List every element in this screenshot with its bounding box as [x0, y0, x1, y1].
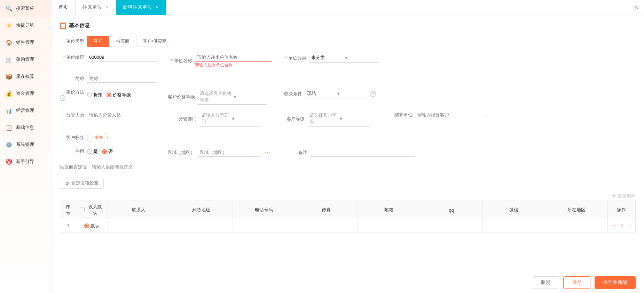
- sidebar-scroll: 🔍 搜索菜单 ⚡ 快捷导航 🏠 销售管理 🛒 采购管理 📦 库存核算 💰 资金管…: [0, 0, 51, 293]
- fax-input[interactable]: [299, 223, 354, 228]
- price-level-select[interactable]: 请选择客户价格等级 ▼: [198, 89, 267, 105]
- radio-discount[interactable]: 折扣: [87, 92, 102, 98]
- payment-terms-label: 收款条件: [278, 91, 302, 97]
- phone-input[interactable]: [236, 223, 292, 228]
- tab-new-partner[interactable]: 新增往来单位 ✕: [116, 0, 166, 15]
- save-new-button[interactable]: 保存并新增: [595, 276, 636, 289]
- disable-group: 停用 是 否: [60, 148, 157, 155]
- tab-home[interactable]: 首页: [52, 0, 76, 15]
- abbr-input[interactable]: [87, 74, 157, 83]
- cell-contact[interactable]: [108, 219, 170, 233]
- select-all-checkbox[interactable]: [80, 207, 85, 212]
- btn-type-both[interactable]: 客户/供应商: [136, 36, 173, 47]
- unit-type-btn-group: 客户 供应商 客户/供应商: [87, 36, 173, 47]
- address-input[interactable]: [174, 223, 229, 228]
- tab-partners[interactable]: 往来单位 ✕: [76, 0, 116, 15]
- radio-yes[interactable]: 是: [87, 148, 98, 155]
- manager-row: 分管人员 ··· 分管部门 请输入分管部门 ▼ 客户等级 请选择客户等级 ▼ 结…: [60, 111, 636, 127]
- radio-price-level[interactable]: 价格等级: [107, 92, 131, 98]
- th-contact: 联系人: [108, 201, 170, 219]
- settle-unit-input[interactable]: [415, 111, 478, 119]
- basic-info-row: * 单位编码 * 单位名称 请输入往来单位名称 * 单位分类: [60, 53, 636, 68]
- sidebar-item-finance[interactable]: 💰 资金管理: [0, 85, 51, 102]
- th-email: 邮箱: [358, 201, 420, 219]
- sidebar-label-sales-mgmt: 销售管理: [16, 39, 34, 46]
- cell-region[interactable]: [545, 219, 608, 233]
- manager-dots-btn[interactable]: ···: [152, 112, 162, 118]
- radio-discount-circle: [87, 92, 92, 97]
- sidebar-item-newbie[interactable]: 🎯 新手引导: [0, 153, 51, 170]
- payment-help-icon[interactable]: ?: [370, 91, 376, 97]
- wechat-input[interactable]: [486, 223, 542, 228]
- sidebar-item-sales-mgmt[interactable]: 🏠 销售管理: [0, 34, 51, 51]
- supplier-custom-label: 供应商自定义: [60, 164, 87, 170]
- cell-fax[interactable]: [295, 219, 358, 233]
- dept-select[interactable]: 请输入分管部门 ▼: [199, 111, 262, 127]
- payment-terms-select[interactable]: 现结 ▼: [305, 89, 368, 98]
- window-close-button[interactable]: ✕: [628, 4, 644, 11]
- cell-address[interactable]: [170, 219, 233, 233]
- customer-level-label: 客户等级: [280, 116, 305, 122]
- region-dots-btn[interactable]: ···: [263, 149, 273, 156]
- pricing-radio-group: 折扣 价格等级: [87, 92, 131, 98]
- add-tag-button[interactable]: + 标签: [87, 133, 108, 142]
- pricing-help-icon[interactable]: ?: [60, 95, 65, 101]
- payment-terms-group: 收款条件 现结 ▼ ?: [278, 89, 376, 98]
- tags-label: 客户标签: [60, 135, 84, 141]
- region-input[interactable]: [198, 148, 260, 157]
- add-row-icon[interactable]: ＋: [611, 222, 617, 229]
- save-button[interactable]: 保存: [563, 276, 590, 289]
- unit-name-label: * 单位名称: [168, 58, 192, 64]
- disable-radio-group: 是 否: [87, 148, 113, 155]
- customer-level-select[interactable]: 请选择客户等级 ▼: [307, 111, 370, 127]
- price-level-arrow: ▼: [233, 94, 265, 99]
- tab-new-partner-close[interactable]: ✕: [156, 5, 159, 10]
- batch-delete-label[interactable]: 批量删除: [618, 193, 636, 199]
- sidebar-item-basic-info[interactable]: 📋 基础信息: [0, 119, 51, 136]
- batch-delete-icon: 🗑: [612, 194, 616, 199]
- row-default-radio[interactable]: 默认: [84, 223, 100, 229]
- manager-input[interactable]: [87, 111, 150, 119]
- customer-level-group: 客户等级 请选择客户等级 ▼: [280, 111, 378, 127]
- email-input[interactable]: [361, 223, 417, 228]
- unit-name-input[interactable]: [195, 53, 272, 62]
- btn-type-customer[interactable]: 客户: [87, 36, 109, 47]
- sidebar-item-system-mgmt[interactable]: ⚙️ 系统管理: [0, 136, 51, 153]
- cell-phone[interactable]: [233, 219, 295, 233]
- cell-email[interactable]: [358, 219, 420, 233]
- sidebar-item-search-menu[interactable]: 🔍 搜索菜单: [0, 0, 51, 17]
- qq-input[interactable]: [424, 223, 479, 228]
- unit-code-input[interactable]: [87, 53, 157, 62]
- footer-bar: 取消 保存 保存并新增: [52, 272, 644, 293]
- inventory-icon: 📦: [6, 73, 13, 80]
- cancel-button[interactable]: 取消: [532, 276, 559, 289]
- sidebar-item-quick-nav[interactable]: ⚡ 快捷导航: [0, 17, 51, 34]
- btn-type-supplier[interactable]: 供应商: [109, 36, 136, 47]
- tab-partners-close[interactable]: ✕: [105, 5, 109, 10]
- sidebar-label-newbie: 新手引导: [16, 158, 34, 165]
- sidebar-label-search-menu: 搜索菜单: [16, 5, 34, 11]
- custom-settings-button[interactable]: ⚙ 自定义项设置: [60, 178, 104, 189]
- sidebar-item-purchase-mgmt[interactable]: 🛒 采购管理: [0, 51, 51, 68]
- notes-input[interactable]: [310, 148, 415, 157]
- contact-input[interactable]: [111, 223, 167, 228]
- settle-unit-group: 结算单位 ···: [388, 111, 490, 119]
- row-region-input[interactable]: [549, 223, 604, 228]
- cell-wechat[interactable]: [482, 219, 545, 233]
- delete-row-icon[interactable]: 🗑: [620, 223, 625, 229]
- radio-no[interactable]: 否: [102, 148, 113, 155]
- sidebar-label-basic-info: 基础信息: [16, 124, 34, 131]
- sidebar-label-inventory: 库存核算: [16, 73, 34, 80]
- sidebar-item-operations[interactable]: 📊 经营管理: [0, 102, 51, 119]
- scroll-icon[interactable]: ⋮: [628, 223, 632, 228]
- cell-default: 默认: [76, 219, 108, 233]
- cell-qq[interactable]: [420, 219, 483, 233]
- cell-no: 1: [60, 219, 76, 233]
- settle-unit-dots-btn[interactable]: ···: [481, 112, 490, 118]
- sidebar-item-inventory[interactable]: 📦 库存核算: [0, 68, 51, 85]
- supplier-custom-input[interactable]: [90, 163, 159, 171]
- operations-icon: 📊: [6, 107, 13, 114]
- unit-category-select[interactable]: 未分类 ▼: [309, 53, 379, 63]
- table-header-row: 序号 设为默认 联系人 到货地址 电话号码 传真 邮箱 qq 微信 所在地区: [60, 201, 636, 219]
- unit-code-label: * 单位编码: [60, 54, 84, 60]
